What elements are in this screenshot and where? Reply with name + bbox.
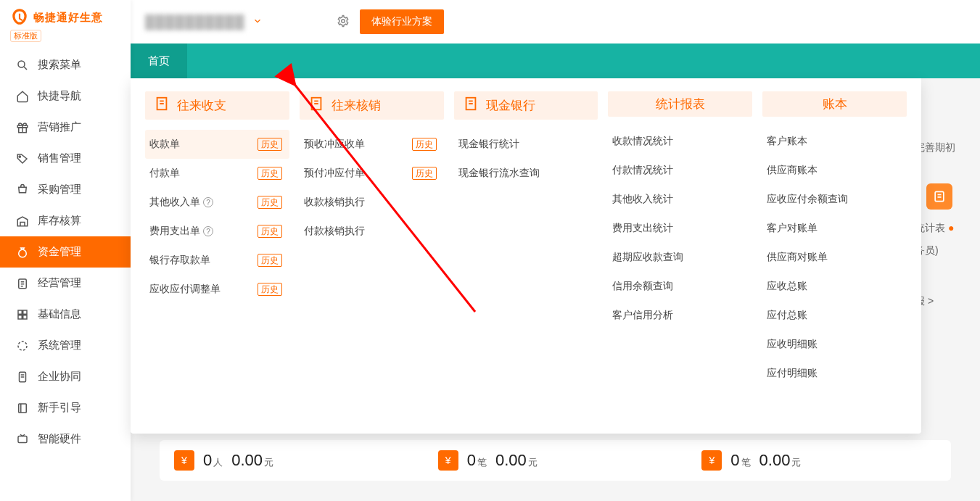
svg-rect-8 [23,315,27,318]
menu-item-arap-balance[interactable]: 应收应付余额查询 [762,185,907,214]
stat-card: ¥ 0笔 0.00元 [438,450,673,471]
menu-item-prepay-offset[interactable]: 预付冲应付单历史 [300,159,444,188]
topbar: ██████████ 体验行业方案 [131,0,980,44]
history-badge[interactable]: 历史 [412,167,437,180]
history-badge[interactable]: 历史 [258,138,282,151]
wallet-icon: ¥ [701,450,722,471]
sidebar-item-collab[interactable]: 企业协同 [0,361,131,392]
loading-icon [16,339,29,352]
menu-item-payment[interactable]: 付款单历史 [145,159,289,188]
sidebar-item-quicknav[interactable]: 快捷导航 [0,80,131,112]
menu-item-ap-general[interactable]: 应付总账 [762,301,907,330]
mega-col-ledger: 账本 客户账本 供应商账本 应收应付余额查询 客户对账单 供应商对账单 应收总账… [762,91,907,421]
menu-item-receipt-stat[interactable]: 收款情况统计 [608,127,752,156]
sidebar-item-label: 系统管理 [38,339,81,352]
yuan-icon: ¥ [174,450,194,471]
sidebar-item-label: 营销推广 [38,120,81,134]
menu-item-bank-deposit[interactable]: 银行存取款单历史 [145,246,289,275]
sidebar-item-marketing[interactable]: 营销推广 [0,112,131,143]
sidebar-item-system[interactable]: 系统管理 [0,330,131,361]
menu-item-other-income-stat[interactable]: 其他收入统计 [608,185,752,214]
menu-item-supplier-ledger[interactable]: 供应商账本 [762,156,907,185]
warehouse-icon [16,215,29,228]
mega-col-cashbank: 现金银行 现金银行统计 现金银行流水查询 [454,91,598,421]
gear-icon[interactable] [337,15,350,30]
sidebar-item-guide[interactable]: 新手引导 [0,392,131,423]
tag-icon [16,152,29,165]
sidebar-item-label: 资金管理 [38,245,81,259]
home-icon [16,90,29,103]
menu-item-credit-balance[interactable]: 信用余额查询 [608,272,752,301]
history-badge[interactable]: 历史 [258,254,282,267]
history-badge[interactable]: 历史 [258,225,282,238]
sidebar-item-label: 搜索菜单 [38,58,81,72]
menu-item-payment-stat[interactable]: 付款情况统计 [608,156,752,185]
badge-dot-icon: ● [948,222,954,233]
book-icon [16,402,29,415]
sidebar-item-inventory[interactable]: 库存核算 [0,205,131,236]
menu-item-expense[interactable]: 费用支出单?历史 [145,217,289,246]
sidebar-item-label: 基础信息 [38,307,81,321]
help-icon[interactable]: ? [203,197,213,207]
svg-point-3 [19,155,20,157]
menu-item-cashbank-flow[interactable]: 现金银行流水查询 [454,159,598,188]
cart-icon [16,183,29,196]
sidebar-item-funds[interactable]: 资金管理 [0,236,131,268]
svg-rect-6 [23,310,27,314]
menu-item-customer-credit[interactable]: 客户信用分析 [608,301,752,330]
mega-col-writeoff: 往来核销 预收冲应收单历史 预付冲应付单历史 收款核销执行 付款核销执行 [300,91,444,421]
stat-card: ¥ 0人 0.00元 [174,450,409,471]
mega-col-reports: 统计报表 收款情况统计 付款情况统计 其他收入统计 费用支出统计 超期应收款查询… [608,91,752,421]
svg-rect-12 [18,436,27,442]
chevron-down-icon [252,16,263,28]
grid-icon [16,308,29,321]
menu-item-ap-detail[interactable]: 应付明细账 [762,359,907,388]
menu-item-customer-ledger[interactable]: 客户账本 [762,127,907,156]
menu-item-receipt-writeoff-exec[interactable]: 收款核销执行 [300,188,444,217]
mega-col-receivables: 往来收支 收款单历史 付款单历史 其他收入单?历史 费用支出单?历史 银行存取款… [145,91,289,421]
mega-col-header: 往来核销 [300,91,444,120]
menu-item-ar-general[interactable]: 应收总账 [762,272,907,301]
mega-col-header: 账本 [762,91,907,117]
help-icon[interactable]: ? [203,226,213,236]
brand-logo-icon [10,7,29,28]
mega-col-header: 往来收支 [145,91,289,120]
history-badge[interactable]: 历史 [258,196,282,209]
history-badge[interactable]: 历史 [412,138,437,151]
history-badge[interactable]: 历史 [258,167,282,180]
sidebar-item-search[interactable]: 搜索菜单 [0,49,131,80]
main: ██████████ 体验行业方案 首页 往来收支 收款单历史 [131,0,980,501]
menu-item-cashbank-stat[interactable]: 现金银行统计 [454,130,598,159]
menu-item-overdue-ar[interactable]: 超期应收款查询 [608,243,752,272]
menu-item-customer-statement[interactable]: 客户对账单 [762,214,907,243]
funds-mega-menu: 往来收支 收款单历史 付款单历史 其他收入单?历史 费用支出单?历史 银行存取款… [131,78,921,434]
svg-point-13 [342,19,345,22]
background-peek: 完善期初 统计表 ● 务员) 报 > [915,78,980,312]
sidebar-item-hardware[interactable]: 智能硬件 [0,423,131,455]
menu-item-ar-detail[interactable]: 应收明细账 [762,330,907,359]
sidebar-item-label: 销售管理 [38,152,81,165]
search-icon [16,59,29,72]
menu-item-receipt[interactable]: 收款单历史 [145,130,289,159]
sidebar-nav: 搜索菜单 快捷导航 营销推广 销售管理 采购管理 库存核算 [0,45,131,501]
report-icon [926,183,952,210]
menu-item-ar-ap-adjust[interactable]: 应收应付调整单历史 [145,275,289,304]
sidebar-item-purchase[interactable]: 采购管理 [0,174,131,205]
org-selector[interactable]: ██████████ [145,15,326,30]
bottom-stats: ¥ 0人 0.00元 ¥ 0笔 0.00元 ¥ 0笔 0.00元 [160,440,951,481]
tab-home[interactable]: 首页 [131,44,187,78]
menu-item-payment-writeoff-exec[interactable]: 付款核销执行 [300,217,444,246]
history-badge[interactable]: 历史 [258,283,282,296]
sidebar-item-ops[interactable]: 经营管理 [0,268,131,299]
tv-icon [16,433,29,446]
sidebar-item-label: 库存核算 [38,214,81,228]
menu-item-supplier-statement[interactable]: 供应商对账单 [762,243,907,272]
sidebar-item-sales[interactable]: 销售管理 [0,143,131,174]
svg-point-0 [18,61,25,67]
menu-item-prereceipt-offset[interactable]: 预收冲应收单历史 [300,130,444,159]
menu-item-other-income[interactable]: 其他收入单?历史 [145,188,289,217]
svg-rect-5 [18,310,22,314]
trial-industry-button[interactable]: 体验行业方案 [360,9,444,34]
menu-item-expense-stat[interactable]: 费用支出统计 [608,214,752,243]
sidebar-item-base[interactable]: 基础信息 [0,299,131,330]
